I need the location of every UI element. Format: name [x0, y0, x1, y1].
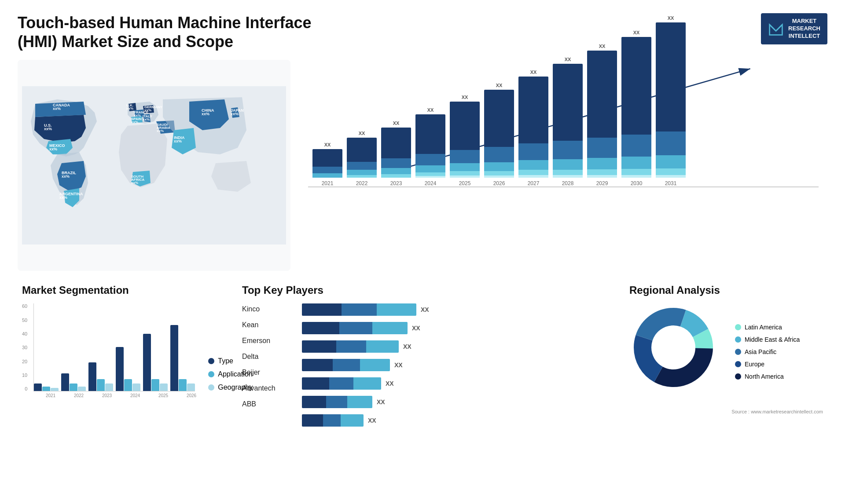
source-text: Source : www.marketresearchintellect.com — [629, 409, 823, 414]
reg-legend-eu: Europe — [735, 361, 800, 368]
bar-stack: XX — [656, 15, 686, 178]
bar-year-2031: 2031 — [665, 180, 677, 186]
seg-geo-2024 — [132, 383, 140, 391]
bar-label-delta: XX — [394, 362, 403, 369]
bar-seg-me-2025 — [450, 175, 480, 178]
bar-seg-la-2029 — [587, 169, 617, 175]
seg-type-2026 — [170, 325, 178, 391]
bar-seg-ap-2022 — [347, 170, 377, 175]
segmentation-section: Market Segmentation 0 10 20 30 40 50 60 — [18, 280, 229, 431]
bar-stack: XX — [587, 44, 617, 178]
seg-x-axis: 2021 2022 2023 2024 2025 2026 — [22, 393, 224, 398]
bar-seg-na-2023 — [381, 128, 411, 158]
y-20: 20 — [22, 359, 27, 364]
world-map-section: CANADA xx% U.S. xx% MEXICO xx% BRAZIL xx… — [18, 60, 290, 271]
bar-group-2024: XX 2024 — [415, 107, 445, 186]
bar-seg-ap-2027 — [518, 160, 548, 170]
bar-seg-eu-2022 — [347, 162, 377, 170]
seg-type-2021 — [34, 383, 42, 391]
bar-beijer-seg3 — [353, 377, 381, 390]
bar-year-2021: 2021 — [322, 180, 334, 186]
reg-legend-la: Latin America — [735, 324, 800, 331]
seg-app-2025 — [151, 379, 159, 391]
bar-beijer-seg1 — [302, 377, 329, 390]
bar-year-2030: 2030 — [631, 180, 643, 186]
bar-group-2023: XX 2023 — [381, 121, 411, 186]
bar-xx-2026: XX — [484, 83, 514, 88]
bar-abb-seg3 — [341, 414, 364, 427]
bar-kinco-seg1 — [302, 303, 342, 316]
bar-seg-me-2026 — [484, 175, 514, 178]
seg-app-2021 — [42, 387, 50, 391]
bar-xx-2025: XX — [450, 95, 480, 100]
bar-advantech — [302, 396, 372, 408]
bar-seg-eu-2026 — [484, 147, 514, 162]
bar-advantech-seg2 — [326, 396, 347, 408]
bar-stack: XX — [381, 121, 411, 178]
bar-seg-ap-2028 — [553, 159, 583, 170]
regional-content: Latin America Middle East & Africa Asia … — [629, 303, 823, 400]
reg-dot-mea — [735, 336, 741, 343]
bar-xx-2028: XX — [553, 57, 583, 62]
bar-delta-seg2 — [333, 359, 360, 371]
bar-seg-eu-2028 — [553, 141, 583, 159]
bar-seg-na-2029 — [587, 51, 617, 138]
bar-group-2028: XX 2028 — [553, 57, 583, 186]
bar-seg-eu-2029 — [587, 138, 617, 158]
bar-xx-2031: XX — [656, 15, 686, 21]
svg-text:xx%: xx% — [144, 108, 151, 112]
bar-seg-eu-2024 — [415, 154, 445, 165]
svg-text:xx%: xx% — [157, 129, 164, 133]
bar-advantech-seg3 — [347, 396, 372, 408]
legend-application-dot — [208, 371, 214, 377]
svg-text:xx%: xx% — [44, 127, 52, 131]
players-section: Top Key Players Kinco Kean Emerson Delta… — [238, 280, 616, 431]
bar-group-2029: XX 2029 — [587, 44, 617, 186]
bar-group-2022: XX 2022 — [347, 131, 377, 186]
regional-title: Regional Analysis — [629, 284, 823, 296]
bar-seg-ap-2030 — [621, 157, 651, 169]
svg-text:xx%: xx% — [126, 106, 133, 110]
reg-dot-eu — [735, 361, 741, 367]
reg-dot-na — [735, 373, 741, 380]
players-content: Kinco Kean Emerson Delta Beijer Advantec… — [242, 303, 612, 427]
bar-advantech-seg1 — [302, 396, 326, 408]
bar-seg-ap-2021 — [312, 173, 342, 178]
bar-stack: XX — [347, 131, 377, 178]
player-beijer: Beijer — [242, 367, 295, 376]
bar-stack: XX — [484, 83, 514, 178]
bar-seg-na-2028 — [553, 64, 583, 141]
bar-row-kinco: XX — [302, 303, 612, 316]
bar-group-2025: XX 2025 — [450, 95, 480, 186]
bar-seg-na-2026 — [484, 90, 514, 147]
bar-year-2025: 2025 — [459, 180, 471, 186]
svg-text:xx%: xx% — [49, 147, 57, 151]
y-40: 40 — [22, 331, 27, 336]
reg-legend-ap: Asia Pacific — [735, 348, 800, 355]
svg-text:xx%: xx% — [143, 117, 150, 121]
bar-seg-me-2028 — [553, 175, 583, 178]
bar-seg-la-2023 — [381, 174, 411, 178]
bar-seg-me-2027 — [518, 175, 548, 178]
bar-xx-2023: XX — [381, 121, 411, 126]
bar-year-2029: 2029 — [596, 180, 608, 186]
bar-row-advantech: XX — [302, 396, 612, 408]
seg-type-2024 — [116, 347, 124, 391]
bar-seg-eu-2023 — [381, 158, 411, 168]
bar-row-delta: XX — [302, 359, 612, 371]
bar-stack: XX — [621, 30, 651, 178]
bar-seg-la-2024 — [415, 172, 445, 176]
seg-x-2026: 2026 — [179, 393, 204, 398]
seg-x-2021: 2021 — [38, 393, 63, 398]
bar-xx-2029: XX — [587, 44, 617, 49]
bar-year-2026: 2026 — [493, 180, 505, 186]
svg-text:xx%: xx% — [231, 112, 239, 116]
bar-label-kinco: XX — [421, 306, 429, 313]
bar-seg-eu-2025 — [450, 150, 480, 163]
bottom-grid: Market Segmentation 0 10 20 30 40 50 60 — [18, 280, 827, 431]
players-title: Top Key Players — [242, 284, 612, 296]
bar-group-2027: XX 2027 — [518, 69, 548, 186]
logo-text: MARKET RESEARCH INTELLECT — [788, 18, 820, 40]
y-30: 30 — [22, 345, 27, 350]
bar-kinco-seg3 — [377, 303, 416, 316]
